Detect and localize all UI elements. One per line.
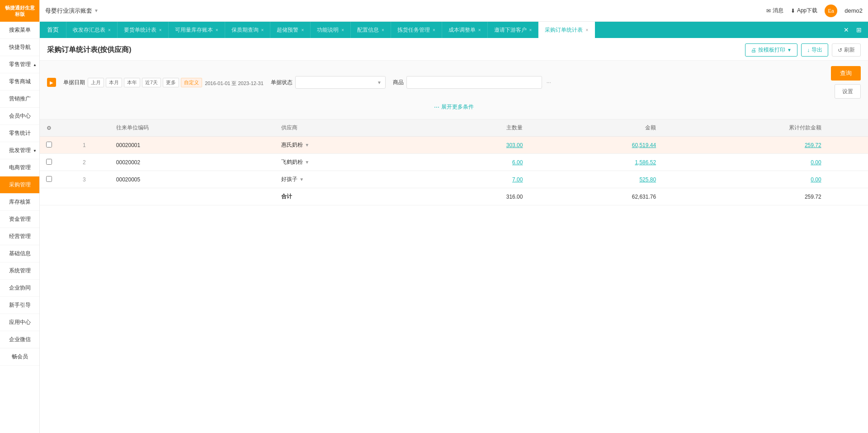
sidebar-item-wechat[interactable]: 企业微信 [0, 331, 39, 348]
tab-available[interactable]: 可用量库存账本 × [169, 22, 225, 38]
sidebar-item-marketing[interactable]: 营销推广 [0, 90, 39, 108]
sidebar-item-newguide[interactable]: 新手引导 [0, 297, 39, 314]
sidebar-item-wholesale[interactable]: 批发管理 [0, 142, 39, 159]
table-row: 1 00020001 惠氏奶粉▼ 303.00 60,519.44 259.72 [40, 137, 868, 154]
sidebar-item-appcenter[interactable]: 应用中心 [0, 314, 39, 331]
paid-link-2[interactable]: 0.00 [811, 176, 821, 183]
sidebar-item-retail[interactable]: 零售管理 [0, 56, 39, 73]
paid-link-1[interactable]: 0.00 [811, 159, 821, 166]
tab-funcdesc-close-icon[interactable]: × [341, 28, 344, 33]
sidebar-item-inventory[interactable]: 库存核算 [0, 194, 39, 211]
cell-rownum-1: 2 [58, 154, 111, 171]
tab-home[interactable]: 首页 [40, 22, 66, 38]
row-checkbox-2[interactable] [46, 176, 52, 182]
tab-pick-close-icon[interactable]: × [433, 28, 435, 33]
filter-row-1: ▶ 单据日期 上月 本月 本年 近7天 更多 自定义 2016-01-01 至 … [47, 66, 861, 99]
filter-toggle-button[interactable]: ▶ [47, 78, 56, 87]
filter-status-select[interactable]: ▼ [295, 76, 386, 89]
cell-supplier-2: 好孩子▼ [276, 171, 424, 188]
sidebar-item-operation[interactable]: 经营管理 [0, 228, 39, 245]
tab-funcdesc[interactable]: 功能说明 × [311, 22, 351, 38]
filter-this-year-button[interactable]: 本年 [124, 78, 140, 87]
tab-pick[interactable]: 拣货任务管理 × [391, 22, 442, 38]
sidebar-item-search[interactable]: 搜索菜单 [0, 22, 39, 39]
row-checkbox-1[interactable] [46, 159, 52, 165]
supplier-expand-icon-0[interactable]: ▼ [305, 143, 309, 148]
paid-link-0[interactable]: 259.72 [805, 142, 821, 148]
app-logo[interactable]: 畅捷通好生意标版 [0, 0, 39, 22]
username-label: demo2 [844, 7, 863, 14]
tab-receivepay[interactable]: 收发存汇总表 × [66, 22, 118, 38]
table-header-row: ⚙ 往来单位编码 供应商 主数量 金额 累计付款金额 [40, 119, 868, 137]
workspace-selector[interactable]: 母婴行业演示账套 ▼ [45, 7, 99, 15]
tab-config[interactable]: 配置信息 × [351, 22, 391, 38]
tab-purchasestat[interactable]: 采购订单统计表 × [538, 22, 595, 38]
sidebar-item-purchase[interactable]: 采购管理 [0, 176, 39, 194]
message-button[interactable]: ✉ 消息 [766, 7, 783, 14]
tab-expiry[interactable]: 保质期查询 × [225, 22, 271, 38]
tab-costadj[interactable]: 成本调整单 × [442, 22, 488, 38]
tabs-close-icon[interactable]: ✕ [841, 25, 852, 34]
cell-code-1: 00020002 [111, 154, 276, 171]
tab-purchasestat-close-icon[interactable]: × [585, 28, 588, 33]
th-qty: 主数量 [424, 119, 528, 137]
tabs-maximize-icon[interactable]: ⊞ [854, 25, 864, 34]
app-download-button[interactable]: ⬇ App下载 [791, 7, 817, 14]
qty-link-1[interactable]: 6.00 [512, 159, 523, 166]
tab-config-close-icon[interactable]: × [382, 28, 384, 33]
expand-more-icon: ⋯ [434, 104, 439, 110]
amount-link-0[interactable]: 60,519.44 [632, 142, 656, 148]
query-button[interactable]: 查询 [831, 66, 861, 81]
print-button[interactable]: 🖨 按模板打印 ▼ [745, 43, 797, 57]
row-checkbox-0[interactable] [46, 142, 52, 148]
amount-link-1[interactable]: 1,586.52 [635, 159, 656, 166]
sidebar-item-vip[interactable]: 畅会员 [0, 348, 39, 366]
tab-overstock[interactable]: 超储预警 × [270, 22, 311, 38]
topbar-right: ✉ 消息 ⬇ App下载 Ea demo2 [766, 5, 863, 17]
user-avatar[interactable]: Ea [825, 5, 837, 17]
filter-status-item: 单据状态 ▼ [271, 76, 386, 89]
sidebar-item-enterprise[interactable]: 企业协同 [0, 280, 39, 297]
tab-costadj-close-icon[interactable]: × [478, 28, 481, 33]
cell-qty-2: 7.00 [424, 171, 528, 188]
tab-demand-close-icon[interactable]: × [159, 28, 162, 33]
tab-receivepay-close-icon[interactable]: × [108, 28, 111, 33]
sidebar-item-quicknav[interactable]: 快捷导航 [0, 39, 39, 56]
print-arrow-icon: ▼ [787, 48, 792, 52]
tab-overstock-close-icon[interactable]: × [301, 28, 304, 33]
cell-rownum-0: 1 [58, 137, 111, 154]
sidebar-item-member[interactable]: 会员中心 [0, 108, 39, 125]
sidebar-item-system[interactable]: 系统管理 [0, 262, 39, 280]
supplier-expand-icon-1[interactable]: ▼ [305, 160, 309, 165]
expand-more-button[interactable]: ⋯ 展开更多条件 [431, 100, 476, 114]
sidebar-item-finance[interactable]: 资金管理 [0, 211, 39, 228]
tab-invitecust-close-icon[interactable]: × [529, 28, 532, 33]
supplier-expand-icon-2[interactable]: ▼ [299, 177, 304, 182]
amount-link-2[interactable]: 525.80 [639, 176, 656, 183]
qty-link-0[interactable]: 303.00 [506, 142, 523, 148]
message-icon: ✉ [766, 8, 771, 14]
filter-quick-btns: 上月 本月 本年 近7天 更多 自定义 [88, 78, 202, 87]
sidebar-item-retail-stat[interactable]: 零售统计 [0, 125, 39, 142]
filter-status-label: 单据状态 [271, 79, 292, 86]
tab-expiry-close-icon[interactable]: × [261, 28, 264, 33]
sidebar-item-ecommerce[interactable]: 电商管理 [0, 159, 39, 176]
filter-this-month-button[interactable]: 本月 [106, 78, 122, 87]
qty-link-2[interactable]: 7.00 [512, 176, 523, 183]
filter-goods-input[interactable] [406, 76, 542, 89]
filter-last-month-button[interactable]: 上月 [88, 78, 104, 87]
export-button[interactable]: ↓ 导出 [801, 43, 828, 57]
tab-invitecust[interactable]: 邀请下游客户 × [488, 22, 539, 38]
sidebar-item-retail-shop[interactable]: 零售商城 [0, 73, 39, 90]
settings-icon[interactable]: ⚙ [47, 125, 52, 131]
app-download-label: App下载 [797, 7, 817, 14]
refresh-button[interactable]: ↺ 刷新 [832, 43, 861, 57]
filter-7days-button[interactable]: 近7天 [142, 78, 161, 87]
setting-button[interactable]: 设置 [835, 84, 861, 99]
filter-goods-more-icon[interactable]: ··· [547, 79, 551, 86]
tab-available-close-icon[interactable]: × [216, 28, 218, 33]
sidebar-item-basic[interactable]: 基础信息 [0, 245, 39, 262]
tab-demand[interactable]: 要货单统计表 × [118, 22, 169, 38]
filter-more-button[interactable]: 更多 [163, 78, 179, 87]
tab-purchasestat-label: 采购订单统计表 [545, 26, 583, 34]
